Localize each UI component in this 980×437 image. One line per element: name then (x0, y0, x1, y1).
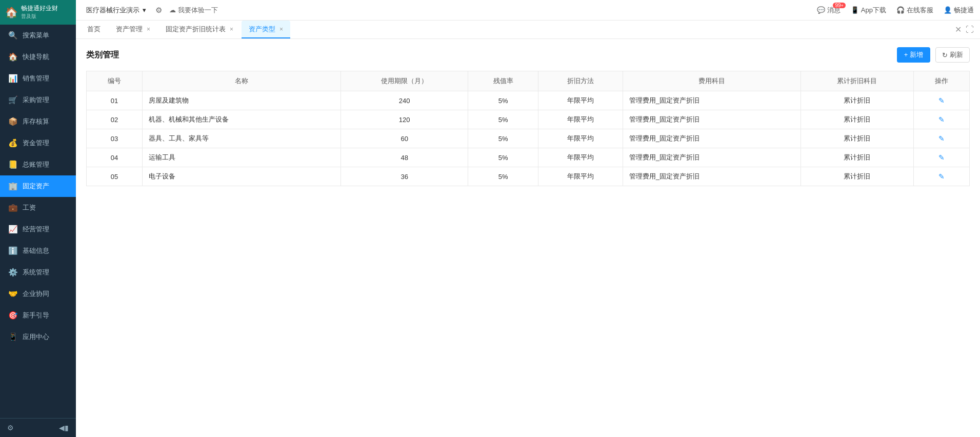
tab-fixed-depreciation-label: 固定资产折旧统计表 (166, 25, 226, 34)
cell-code[interactable]: 01 (87, 91, 143, 110)
tab-fixed-depreciation-close[interactable]: × (230, 26, 233, 33)
edit-button[interactable]: ✎ (920, 153, 963, 162)
message-icon: 💬 (817, 6, 825, 14)
sidebar-item-label: 库存核算 (23, 117, 49, 126)
experience-button[interactable]: ☁ 我要体验一下 (169, 6, 218, 15)
user-avatar-icon: 👤 (944, 6, 952, 14)
tab-asset-mgmt[interactable]: 资产管理 × (109, 21, 157, 38)
sidebar-item-inventory[interactable]: 📦 库存核算 (0, 111, 76, 132)
cell-action: ✎ (913, 129, 969, 148)
message-badge: 99+ (833, 3, 845, 8)
ledger-icon: 📒 (8, 160, 17, 169)
user-button[interactable]: 👤 畅捷通 (944, 6, 974, 15)
page-title: 类别管理 (86, 50, 119, 61)
sidebar: 🏠 畅捷通好业财 普及版 🔍 搜索菜单 🏠 快捷导航 📊 销售管理 🛒 采购管理… (0, 0, 76, 437)
cell-period: 240 (341, 91, 468, 110)
sidebar-item-operations[interactable]: 📈 经营管理 (0, 218, 76, 240)
cell-code[interactable]: 05 (87, 167, 143, 186)
cell-period: 48 (341, 148, 468, 167)
cell-residual: 5% (468, 167, 538, 186)
maximize-button[interactable]: ⛶ (966, 25, 974, 34)
sidebar-item-ledger[interactable]: 📒 总账管理 (0, 154, 76, 175)
col-header-expense: 费用科目 (623, 71, 801, 91)
tab-asset-type-label: 资产类型 (249, 25, 275, 34)
table-row: 03 器具、工具、家具等 60 5% 年限平均 管理费用_固定资产折旧 累计折旧… (87, 129, 970, 148)
sidebar-item-salary[interactable]: 💼 工资 (0, 197, 76, 218)
cell-code[interactable]: 04 (87, 148, 143, 167)
sidebar-item-system[interactable]: ⚙️ 系统管理 (0, 262, 76, 283)
close-all-tabs-button[interactable]: ✕ (955, 25, 962, 34)
sidebar-item-capital[interactable]: 💰 资金管理 (0, 132, 76, 154)
tabs-bar-right: ✕ ⛶ (955, 21, 976, 38)
app-selector[interactable]: 医疗器械行业演示 ▾ (82, 4, 150, 17)
user-label: 畅捷通 (954, 6, 974, 15)
edit-button[interactable]: ✎ (920, 96, 963, 105)
sidebar-collapse-button[interactable]: ◀▮ (59, 424, 69, 432)
cell-name: 房屋及建筑物 (143, 91, 341, 110)
experience-label: 我要体验一下 (178, 6, 218, 15)
col-header-residual: 残值率 (468, 71, 538, 91)
sidebar-item-label: 固定资产 (23, 182, 49, 191)
cell-code[interactable]: 03 (87, 129, 143, 148)
online-service-button[interactable]: 🎧 在线客服 (896, 6, 933, 15)
cell-expense: 管理费用_固定资产折旧 (623, 129, 801, 148)
sidebar-item-fixed-assets[interactable]: 🏢 固定资产 (0, 175, 76, 197)
sidebar-header: 🏠 畅捷通好业财 普及版 (0, 0, 76, 25)
sidebar-item-purchase[interactable]: 🛒 采购管理 (0, 89, 76, 111)
operations-icon: 📈 (8, 225, 17, 234)
sidebar-item-label: 快捷导航 (23, 52, 49, 62)
col-header-code: 编号 (87, 71, 143, 91)
sidebar-item-collab[interactable]: 🤝 企业协同 (0, 283, 76, 305)
sidebar-item-sales[interactable]: 📊 销售管理 (0, 68, 76, 89)
sidebar-item-app-center[interactable]: 📱 应用中心 (0, 326, 76, 348)
cell-period: 36 (341, 167, 468, 186)
sidebar-logo-icon: 🏠 (5, 6, 18, 18)
cell-residual: 5% (468, 91, 538, 110)
cell-method: 年限平均 (538, 110, 623, 129)
app-center-icon: 📱 (8, 332, 17, 342)
cell-action: ✎ (913, 167, 969, 186)
sidebar-item-label: 企业协同 (23, 289, 49, 299)
sidebar-settings-button[interactable]: ⚙ (7, 424, 14, 432)
tabs-bar: 首页 资产管理 × 固定资产折旧统计表 × 资产类型 × ✕ ⛶ (76, 21, 980, 39)
sidebar-item-search[interactable]: 🔍 搜索菜单 (0, 25, 76, 46)
col-header-action: 操作 (913, 71, 969, 91)
add-button[interactable]: + 新增 (897, 47, 930, 63)
refresh-button[interactable]: ↻ 刷新 (935, 47, 970, 63)
cell-method: 年限平均 (538, 129, 623, 148)
headset-icon: 🎧 (896, 6, 905, 14)
sidebar-item-label: 新手引导 (23, 311, 49, 320)
cell-period: 120 (341, 110, 468, 129)
col-header-period: 使用期限（月） (341, 71, 468, 91)
tab-asset-type[interactable]: 资产类型 × (242, 21, 290, 38)
cell-code[interactable]: 02 (87, 110, 143, 129)
tab-home[interactable]: 首页 (80, 21, 108, 38)
sidebar-item-label: 搜索菜单 (23, 31, 49, 40)
sidebar-item-basic-info[interactable]: ℹ️ 基础信息 (0, 240, 76, 262)
sidebar-item-beginner[interactable]: 🎯 新手引导 (0, 305, 76, 326)
edit-button[interactable]: ✎ (920, 172, 963, 181)
tab-asset-mgmt-label: 资产管理 (116, 25, 143, 34)
cell-name: 电子设备 (143, 167, 341, 186)
table-row: 04 运输工具 48 5% 年限平均 管理费用_固定资产折旧 累计折旧 ✎ (87, 148, 970, 167)
tab-asset-type-close[interactable]: × (279, 26, 283, 33)
sales-icon: 📊 (8, 74, 17, 83)
sidebar-item-label: 工资 (23, 203, 36, 212)
edit-button[interactable]: ✎ (920, 134, 963, 143)
app-selector-label: 医疗器械行业演示 (86, 6, 139, 15)
edit-button[interactable]: ✎ (920, 115, 963, 124)
cell-residual: 5% (468, 110, 538, 129)
cell-method: 年限平均 (538, 91, 623, 110)
cell-expense: 管理费用_固定资产折旧 (623, 148, 801, 167)
page-header: 类别管理 + 新增 ↻ 刷新 (86, 47, 970, 63)
tab-fixed-depreciation[interactable]: 固定资产折旧统计表 × (158, 21, 241, 38)
message-button[interactable]: 💬 消息 99+ (817, 6, 841, 15)
app-download-button[interactable]: 📱 App下载 (851, 6, 886, 15)
settings-gear-icon[interactable]: ⚙ (155, 6, 162, 15)
sidebar-item-quick-nav[interactable]: 🏠 快捷导航 (0, 46, 76, 68)
purchase-icon: 🛒 (8, 95, 17, 105)
app-download-label: App下载 (861, 6, 886, 15)
page-content: 类别管理 + 新增 ↻ 刷新 编号 名称 使用期限（月） 残值率 折旧方法 费用… (76, 39, 980, 437)
tab-asset-mgmt-close[interactable]: × (147, 26, 150, 33)
main-content: 医疗器械行业演示 ▾ ⚙ ☁ 我要体验一下 💬 消息 99+ 📱 App下载 🎧… (76, 0, 980, 437)
